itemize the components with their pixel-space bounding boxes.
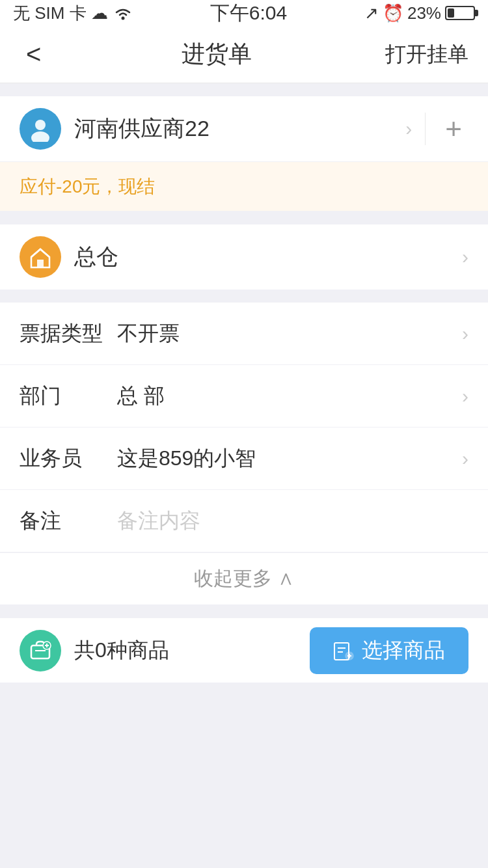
wifi-icon <box>113 6 133 20</box>
supplier-row[interactable]: 河南供应商22 › <box>20 96 412 161</box>
nav-bar: < 进货单 打开挂单 <box>0 26 488 83</box>
sim-label: 无 SIM 卡 ☁ <box>13 2 108 25</box>
dept-value: 总 部 <box>111 382 455 411</box>
supplier-name: 河南供应商22 <box>74 114 399 144</box>
page-background <box>0 683 488 868</box>
status-left: 无 SIM 卡 ☁ <box>13 2 133 25</box>
status-bar: 无 SIM 卡 ☁ 下午6:04 ↗ ⏰ 23% <box>0 0 488 26</box>
dept-chevron-icon: › <box>462 385 468 407</box>
select-product-label: 选择商品 <box>362 636 445 665</box>
invoice-label: 票据类型 <box>20 319 111 348</box>
alert-row: 应付-20元，现结 <box>0 162 488 211</box>
invoice-chevron-icon: › <box>462 323 468 345</box>
alert-text: 应付-20元，现结 <box>20 176 155 197</box>
add-supplier-button[interactable]: + <box>439 106 468 152</box>
supplier-avatar <box>20 108 61 150</box>
bottom-bar: 共0种商品 选择商品 <box>0 617 488 683</box>
house-icon <box>29 245 52 269</box>
person-icon <box>27 116 53 142</box>
page-title: 进货单 <box>182 38 252 70</box>
supplier-divider <box>425 113 426 145</box>
svg-rect-3 <box>37 260 44 267</box>
supplier-chevron-icon: › <box>405 118 412 140</box>
svg-point-0 <box>121 17 124 20</box>
sales-value: 这是859的小智 <box>111 444 455 473</box>
warehouse-chevron-icon: › <box>462 246 468 268</box>
warehouse-icon <box>20 236 61 278</box>
invoice-row[interactable]: 票据类型 不开票 › <box>0 303 488 365</box>
product-count: 共0种商品 <box>74 636 310 665</box>
alarm-icon: ⏰ <box>383 3 403 23</box>
remark-row[interactable]: 备注 备注内容 <box>0 490 488 552</box>
top-divider <box>0 83 488 96</box>
battery-percent: 23% <box>407 3 441 23</box>
back-button[interactable]: < <box>20 33 47 75</box>
cart-icon-wrap <box>20 630 61 671</box>
sales-chevron-icon: › <box>462 448 468 470</box>
svg-point-1 <box>35 120 46 130</box>
warehouse-row[interactable]: 总仓 › <box>0 224 488 290</box>
warehouse-name: 总仓 <box>74 242 455 272</box>
battery-icon <box>445 6 475 20</box>
select-product-button[interactable]: 选择商品 <box>310 627 468 674</box>
warehouse-section: 总仓 › <box>0 224 488 290</box>
select-product-icon <box>333 640 354 661</box>
sales-label: 业务员 <box>20 444 111 473</box>
collapse-label: 收起更多 ∧ <box>194 565 293 592</box>
collapse-row[interactable]: 收起更多 ∧ <box>0 552 488 604</box>
status-right: ↗ ⏰ 23% <box>364 3 475 23</box>
sales-row[interactable]: 业务员 这是859的小智 › <box>0 427 488 490</box>
status-time: 下午6:04 <box>210 0 287 27</box>
remark-placeholder: 备注内容 <box>111 507 468 536</box>
svg-point-2 <box>31 131 49 142</box>
supplier-section: 河南供应商22 › + <box>0 96 488 162</box>
dept-row[interactable]: 部门 总 部 › <box>0 365 488 427</box>
form-section: 票据类型 不开票 › 部门 总 部 › 业务员 这是859的小智 › 备注 备注… <box>0 303 488 604</box>
location-icon: ↗ <box>364 3 379 23</box>
open-pending-button[interactable]: 打开挂单 <box>385 40 468 69</box>
cart-icon <box>29 639 52 662</box>
remark-label: 备注 <box>20 507 111 536</box>
dept-label: 部门 <box>20 382 111 411</box>
invoice-value: 不开票 <box>111 319 455 348</box>
